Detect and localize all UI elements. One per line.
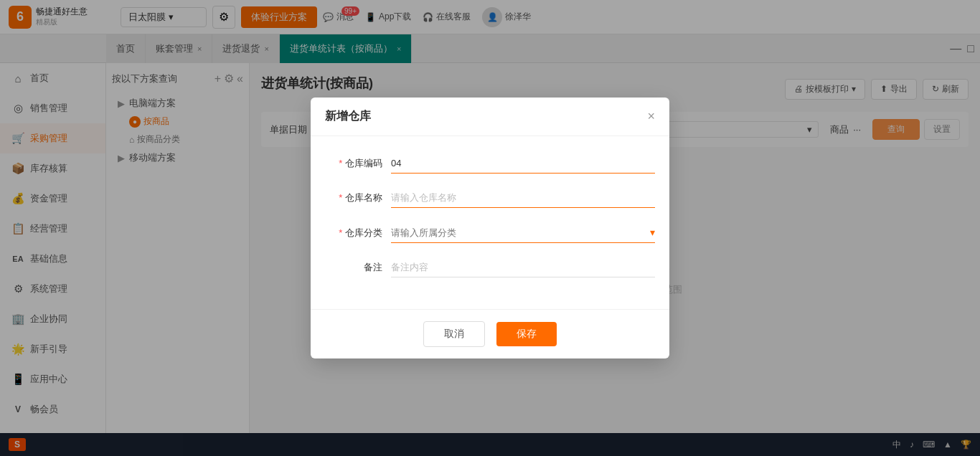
modal-body: 仓库编码 仓库名称 仓库分类 ▾ 备注 [311,136,669,309]
form-row-note: 备注 [325,257,655,277]
form-row-category: 仓库分类 ▾ [325,222,655,243]
note-input[interactable] [391,257,655,277]
name-label: 仓库名称 [325,191,382,204]
form-row-code: 仓库编码 [325,153,655,174]
warehouse-name-input[interactable] [391,188,655,208]
code-label: 仓库编码 [325,157,382,170]
save-button[interactable]: 保存 [496,322,557,346]
category-select[interactable]: ▾ [391,222,655,243]
modal-overlay[interactable]: 新增仓库 × 仓库编码 仓库名称 仓库分类 ▾ [0,0,980,456]
new-warehouse-modal: 新增仓库 × 仓库编码 仓库名称 仓库分类 ▾ [311,98,669,358]
modal-close-button[interactable]: × [647,109,655,124]
modal-title: 新增仓库 [325,109,371,124]
form-row-name: 仓库名称 [325,188,655,208]
category-label: 仓库分类 [325,227,382,239]
modal-header: 新增仓库 × [311,98,669,136]
cancel-button[interactable]: 取消 [423,321,485,347]
warehouse-code-input[interactable] [391,153,655,174]
modal-footer: 取消 保存 [311,309,669,358]
category-dropdown-icon: ▾ [650,227,655,238]
note-label: 备注 [325,261,382,274]
category-input[interactable] [391,227,650,238]
